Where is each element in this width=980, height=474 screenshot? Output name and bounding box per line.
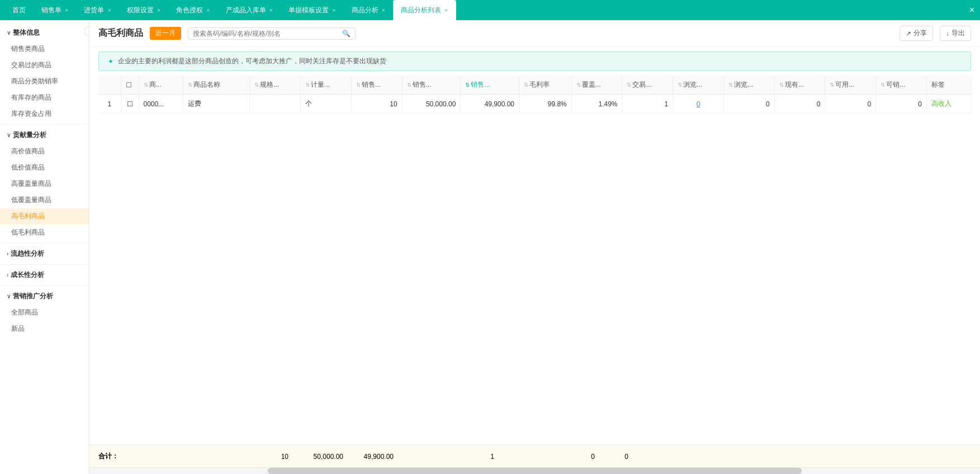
sidebar-item-new-goods[interactable]: 新品 xyxy=(0,321,89,337)
sidebar-item-all-goods[interactable]: 全部商品 xyxy=(0,304,89,321)
col-available-stock[interactable]: ⇅ 可用... xyxy=(825,76,876,95)
sidebar-divider-1 xyxy=(0,124,89,125)
sidebar-item-low-margin[interactable]: 低毛利商品 xyxy=(0,224,89,241)
sort-icon-14: ⇅ xyxy=(830,82,834,88)
sort-icon-9: ⇅ xyxy=(576,82,581,88)
sidebar-divider-4 xyxy=(0,285,89,286)
sidebar-group-marketing[interactable]: ∨ 营销推广分析 xyxy=(0,288,89,304)
search-icon[interactable]: 🔍 xyxy=(342,30,351,37)
col-tx-count[interactable]: ⇅ 交易... xyxy=(622,76,673,95)
nav-close-product-entry[interactable]: × xyxy=(269,7,273,13)
filter-recent-month-btn[interactable]: 近一月 xyxy=(150,27,181,40)
chevron-down-icon-3: ∨ xyxy=(7,293,11,299)
col-sales-qty[interactable]: ⇅ 销售... xyxy=(351,76,402,95)
nav-close-product-analysis-list[interactable]: × xyxy=(444,7,448,13)
chevron-down-icon-2: ∨ xyxy=(7,132,11,138)
nav-close-template[interactable]: × xyxy=(332,7,335,13)
sidebar-item-high-value[interactable]: 高价值商品 xyxy=(0,143,89,159)
horizontal-scrollbar[interactable] xyxy=(89,467,980,474)
sidebar-group-growth[interactable]: › 成长性分析 xyxy=(0,267,89,283)
sidebar-item-high-coverage[interactable]: 高覆盖量商品 xyxy=(0,176,89,192)
nav-product-entry[interactable]: 产成品入库单 × xyxy=(218,0,281,20)
sidebar-divider-2 xyxy=(0,243,89,243)
cell-tx-count: 1 xyxy=(622,95,673,114)
sidebar-item-low-coverage[interactable]: 低覆盖量商品 xyxy=(0,192,89,208)
header-right: ↗ 分享 ↓ 导出 xyxy=(899,26,971,41)
sidebar-divider-3 xyxy=(0,264,89,265)
sidebar-group-overall[interactable]: ∨ 整体信息 xyxy=(0,25,89,41)
sidebar-item-sales-goods[interactable]: 销售类商品 xyxy=(0,41,89,57)
main-layout: 《 ∨ 整体信息 销售类商品 交易过的商品 商品分类助销率 有库存的商品 库存资… xyxy=(0,20,980,474)
cell-view-count1[interactable]: 0 xyxy=(673,95,724,114)
nav-product-analysis[interactable]: 商品分析 × xyxy=(344,0,393,20)
cell-index: 1 xyxy=(98,95,121,114)
cell-current-stock: 0 xyxy=(774,95,825,114)
table-row: 1 ☐ 0000... 运费 个 10 50,000.00 49,900.00 … xyxy=(98,95,971,114)
sidebar-group-contribution[interactable]: ∨ 贡献量分析 xyxy=(0,127,89,143)
nav-close-purchase-order[interactable]: × xyxy=(107,7,111,13)
sort-icon-3: ⇅ xyxy=(254,82,259,88)
nav-product-analysis-list[interactable]: 商品分析列表 × xyxy=(393,0,456,20)
footer-tx-count: 1 xyxy=(465,453,499,461)
col-checkbox[interactable]: ☐ xyxy=(121,76,139,95)
sidebar-item-low-value[interactable]: 低价值商品 xyxy=(0,159,89,176)
col-gross-rate[interactable]: ⇅ 毛利率 xyxy=(519,76,572,95)
export-button[interactable]: ↓ 导出 xyxy=(940,26,971,41)
col-unit[interactable]: ⇅ 计量... xyxy=(301,76,352,95)
nav-home[interactable]: 首页 xyxy=(4,0,34,20)
info-banner: ✦ 企业的主要的利润都是这部分商品创造的，可考虑加大推广，同时关注库存是不要出现… xyxy=(98,51,971,71)
col-code[interactable]: ⇅ 商... xyxy=(139,76,183,95)
footer-label: 合计： xyxy=(98,452,143,461)
nav-template-settings[interactable]: 单据模板设置 × xyxy=(281,0,343,20)
nav-role-auth[interactable]: 角色授权 × xyxy=(168,0,217,20)
cell-code: 0000... xyxy=(139,95,183,114)
cell-sales-cost: 49,900.00 xyxy=(461,95,519,114)
sidebar-group-trend[interactable]: › 流趋性分析 xyxy=(0,246,89,262)
table-container: ☐ ⇅ 商... ⇅ 商品名称 xyxy=(89,76,980,445)
chevron-down-icon: ∨ xyxy=(7,30,11,36)
col-sales-cost[interactable]: ⇅ 销售... xyxy=(461,76,519,95)
col-current-stock[interactable]: ⇅ 现有... xyxy=(774,76,825,95)
nav-sales-order[interactable]: 销售单 × xyxy=(34,0,76,20)
sidebar-item-stock-capital[interactable]: 库存资金占用 xyxy=(0,106,89,122)
product-table: ☐ ⇅ 商... ⇅ 商品名称 xyxy=(98,76,971,114)
sort-icon-4: ⇅ xyxy=(305,82,310,88)
nav-permission-settings[interactable]: 权限设置 × xyxy=(119,0,168,20)
nav-close-role[interactable]: × xyxy=(206,7,210,13)
footer-sales-qty: 10 xyxy=(264,453,297,461)
search-box: 🔍 xyxy=(188,27,356,40)
share-button[interactable]: ↗ 分享 xyxy=(899,26,933,41)
sidebar-item-category-rate[interactable]: 商品分类助销率 xyxy=(0,73,89,90)
col-tag[interactable]: 标签 xyxy=(926,76,970,95)
nav-purchase-order[interactable]: 进货单 × xyxy=(76,0,119,20)
cell-available-stock: 0 xyxy=(825,95,876,114)
sidebar-item-high-margin[interactable]: 高毛利商品 xyxy=(0,208,89,224)
sidebar-item-traded-goods[interactable]: 交易过的商品 xyxy=(0,57,89,73)
col-spec[interactable]: ⇅ 规格... xyxy=(250,76,301,95)
sort-icon-6: ⇅ xyxy=(407,82,411,88)
sort-icon-10: ⇅ xyxy=(627,82,631,88)
nav-close-permission[interactable]: × xyxy=(157,7,160,13)
sort-icon-8: ⇅ xyxy=(524,82,528,88)
top-navigation: 首页 销售单 × 进货单 × 权限设置 × 角色授权 × 产成品入库单 × 单据… xyxy=(0,0,980,20)
col-name[interactable]: ⇅ 商品名称 xyxy=(183,76,250,95)
nav-close-product-analysis[interactable]: × xyxy=(382,7,385,13)
share-icon: ↗ xyxy=(906,30,911,37)
cell-coverage: 1.49% xyxy=(571,95,622,114)
col-view-count1[interactable]: ⇅ 浏览... xyxy=(673,76,724,95)
cell-unit: 个 xyxy=(301,95,352,114)
close-all-tabs[interactable]: × xyxy=(969,5,974,15)
col-sellable-stock[interactable]: ⇅ 可销... xyxy=(876,76,927,95)
nav-close-sales-order[interactable]: × xyxy=(65,7,68,13)
col-view-count2[interactable]: ⇅ 浏览... xyxy=(723,76,774,95)
export-icon: ↓ xyxy=(946,30,949,37)
col-sales-amt[interactable]: ⇅ 销售... xyxy=(402,76,461,95)
cell-gross-rate: 99.8% xyxy=(519,95,572,114)
sidebar-item-in-stock-goods[interactable]: 有库存的商品 xyxy=(0,90,89,106)
page-title: 高毛利商品 xyxy=(98,27,143,39)
search-input[interactable] xyxy=(193,30,339,37)
col-coverage[interactable]: ⇅ 覆盖... xyxy=(571,76,622,95)
cell-checkbox[interactable]: ☐ xyxy=(121,95,139,114)
cell-sales-qty: 10 xyxy=(351,95,402,114)
chevron-right-icon-2: › xyxy=(7,272,8,278)
